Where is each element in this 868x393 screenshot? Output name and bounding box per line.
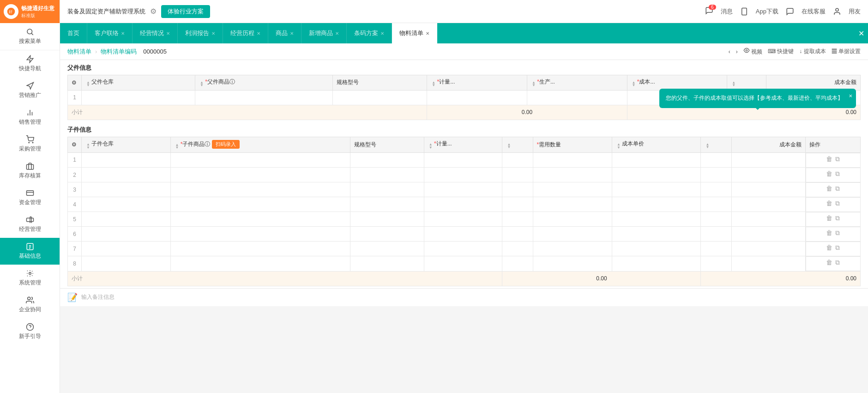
child-row5-qty[interactable] <box>533 212 612 227</box>
child-row1-unit-cost[interactable] <box>612 152 701 168</box>
close-tab-barcode[interactable]: ✕ <box>380 31 384 36</box>
sidebar-item-cooperation[interactable]: 企业协同 <box>0 291 60 318</box>
child-row8-extra2[interactable] <box>701 256 731 272</box>
breadcrumb-bom-code[interactable]: 物料清单编码 <box>101 48 137 56</box>
child-row6-qty[interactable] <box>533 227 612 242</box>
child-row7-goods[interactable] <box>170 242 350 256</box>
sidebar-item-basic-info[interactable]: 基础信息 <box>0 238 60 265</box>
sidebar-item-system[interactable]: 系统管理 <box>0 265 60 291</box>
child-row6-warehouse[interactable] <box>82 227 171 242</box>
close-tab-operations[interactable]: ✕ <box>166 31 170 36</box>
child-row1-unit[interactable] <box>424 152 502 168</box>
delete-icon-8[interactable]: 🗑 <box>826 259 832 269</box>
sidebar-item-management[interactable]: 经营管理 <box>0 211 60 238</box>
child-row1-goods[interactable] <box>170 152 350 168</box>
child-row4-unit[interactable] <box>424 197 502 212</box>
child-row8-unit[interactable] <box>424 256 502 272</box>
tab-bom[interactable]: 物料清单✕ <box>392 23 437 43</box>
child-row3-extra[interactable] <box>502 182 533 197</box>
parent-row1-warehouse[interactable] <box>82 90 195 105</box>
try-industry-btn[interactable]: 体验行业方案 <box>161 5 210 18</box>
child-row1-qty[interactable] <box>533 152 612 168</box>
child-row5-goods[interactable] <box>170 212 350 227</box>
close-tab-goods[interactable]: ✕ <box>290 31 294 36</box>
child-row8-unit-cost[interactable] <box>612 256 701 272</box>
sidebar-item-marketing[interactable]: 营销推广 <box>0 77 60 104</box>
copy-icon-6[interactable]: ⧉ <box>835 229 840 239</box>
tab-barcode[interactable]: 条码方案✕ <box>347 23 392 43</box>
copy-icon-1[interactable]: ⧉ <box>835 155 840 165</box>
note-hint[interactable]: 输入备注信息 <box>81 293 115 301</box>
delete-icon-7[interactable]: 🗑 <box>826 244 832 254</box>
child-row1-spec[interactable] <box>350 152 424 168</box>
child-row6-extra[interactable] <box>502 227 533 242</box>
child-row6-extra2[interactable] <box>701 227 731 242</box>
toolbar-nav-prev[interactable]: ‹ <box>729 48 730 55</box>
breadcrumb-bom[interactable]: 物料清单 <box>67 48 91 56</box>
child-row3-spec[interactable] <box>350 182 424 197</box>
child-row4-qty[interactable] <box>533 197 612 212</box>
delete-icon-4[interactable]: 🗑 <box>826 200 832 210</box>
child-row2-extra[interactable] <box>502 168 533 182</box>
delete-icon-6[interactable]: 🗑 <box>826 229 832 239</box>
child-row5-warehouse[interactable] <box>82 212 171 227</box>
child-row3-goods[interactable] <box>170 182 350 197</box>
parent-row1-goods[interactable] <box>195 90 332 105</box>
sidebar-item-search[interactable]: 搜索菜单 <box>0 23 60 50</box>
close-tab-new-goods[interactable]: ✕ <box>335 31 339 36</box>
close-tab-profit[interactable]: ✕ <box>211 31 215 36</box>
child-row5-spec[interactable] <box>350 212 424 227</box>
delete-icon-3[interactable]: 🗑 <box>826 185 832 195</box>
tab-customer[interactable]: 客户联络✕ <box>87 23 133 43</box>
child-row4-goods[interactable] <box>170 197 350 212</box>
sidebar-item-sales[interactable]: 销售管理 <box>0 104 60 131</box>
view-btn[interactable]: 视频 <box>743 47 762 56</box>
scan-input-btn[interactable]: 扫码录入 <box>212 140 240 149</box>
single-settings-btn[interactable]: ☰ 单据设置 <box>832 48 861 55</box>
tab-new-goods[interactable]: 新增商品✕ <box>301 23 347 43</box>
parent-row1-unit[interactable] <box>427 90 527 105</box>
app-download-label[interactable]: App下载 <box>756 7 778 16</box>
child-row2-warehouse[interactable] <box>82 168 171 182</box>
tab-goods[interactable]: 商品✕ <box>268 23 301 43</box>
toolbar-nav-next[interactable]: › <box>736 48 738 55</box>
parent-row1-produce[interactable] <box>527 90 627 105</box>
child-row3-unit-cost[interactable] <box>612 182 701 197</box>
message-badge[interactable]: 6 <box>705 6 713 16</box>
user-name[interactable]: 用友 <box>849 7 861 16</box>
child-row6-spec[interactable] <box>350 227 424 242</box>
tab-home[interactable]: 首页 <box>60 23 87 43</box>
sidebar-item-guide[interactable]: 新手引导 <box>0 318 60 345</box>
tab-operations[interactable]: 经营情况✕ <box>133 23 178 43</box>
child-row2-spec[interactable] <box>350 168 424 182</box>
child-row8-goods[interactable] <box>170 256 350 272</box>
delete-icon-5[interactable]: 🗑 <box>826 214 832 224</box>
tabs-more-btn[interactable]: ✕ <box>855 29 868 38</box>
child-row8-spec[interactable] <box>350 256 424 272</box>
child-row7-unit[interactable] <box>424 242 502 256</box>
close-tab-bom[interactable]: ✕ <box>426 31 429 36</box>
parent-row1-spec[interactable] <box>333 90 427 105</box>
close-tab-customer[interactable]: ✕ <box>121 31 125 36</box>
extract-cost-btn[interactable]: ↓ 提取成本 <box>799 48 826 55</box>
child-row5-unit-cost[interactable] <box>612 212 701 227</box>
copy-icon-2[interactable]: ⧉ <box>835 170 840 180</box>
child-row5-unit[interactable] <box>424 212 502 227</box>
child-row1-extra[interactable] <box>502 152 533 168</box>
copy-icon-5[interactable]: ⧉ <box>835 214 840 224</box>
child-row8-warehouse[interactable] <box>82 256 171 272</box>
sidebar-item-inventory[interactable]: 库存核算 <box>0 157 60 184</box>
copy-icon-7[interactable]: ⧉ <box>835 244 840 254</box>
child-row4-warehouse[interactable] <box>82 197 171 212</box>
child-row3-unit[interactable] <box>424 182 502 197</box>
child-row4-extra2[interactable] <box>701 197 731 212</box>
child-row6-goods[interactable] <box>170 227 350 242</box>
child-row8-extra[interactable] <box>502 256 533 272</box>
child-row7-warehouse[interactable] <box>82 242 171 256</box>
sidebar-item-finance[interactable]: 资金管理 <box>0 184 60 211</box>
child-row6-unit[interactable] <box>424 227 502 242</box>
child-row7-unit-cost[interactable] <box>612 242 701 256</box>
tooltip-close-btn[interactable]: × <box>849 91 852 101</box>
child-row5-extra2[interactable] <box>701 212 731 227</box>
child-row7-spec[interactable] <box>350 242 424 256</box>
